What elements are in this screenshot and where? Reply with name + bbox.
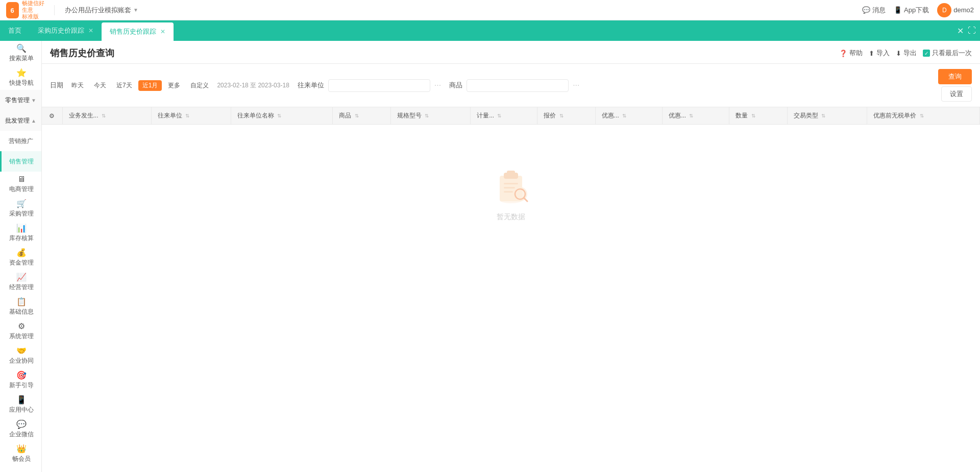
- table-col-pre-tax-price[interactable]: 优惠前无税单价 ⇅: [867, 107, 980, 125]
- sidebar-item-retail-mgmt[interactable]: 零售管理 ▼: [0, 90, 41, 110]
- date-btn-1month[interactable]: 近1月: [138, 80, 162, 91]
- table-col-goods[interactable]: 商品 ⇅: [333, 107, 390, 125]
- sidebar-item-enterprise-wechat[interactable]: 💬 企业微信: [0, 417, 41, 441]
- tab-purchase-history[interactable]: 采购历史价跟踪 ✕: [30, 20, 102, 41]
- sidebar-item-enterprise-coop[interactable]: 🤝 企业协同: [0, 343, 41, 368]
- user-profile-button[interactable]: D demo2: [937, 3, 974, 17]
- sort-spec-icon: ⇅: [425, 113, 429, 119]
- table-col-biz-date[interactable]: 业务发生... ⇅: [62, 107, 151, 125]
- table-col-unit[interactable]: 计量... ⇅: [471, 107, 537, 125]
- tab-sales-history-close-icon[interactable]: ✕: [160, 28, 165, 35]
- inventory-icon: 📊: [16, 223, 27, 233]
- content-area: 销售历史价查询 ❓ 帮助 ⬆ 导入 ⬇ 导出 ✓: [42, 41, 980, 472]
- query-button[interactable]: 查询: [938, 69, 972, 84]
- download-icon: 📱: [894, 6, 902, 14]
- import-label: 导入: [876, 49, 890, 58]
- sidebar-item-operation[interactable]: 📈 经营管理: [0, 270, 41, 294]
- only-last-label: 只看最后一次: [932, 49, 972, 58]
- settings-button[interactable]: 设置: [941, 86, 972, 102]
- table-col-discount1[interactable]: 优惠... ⇅: [595, 107, 662, 125]
- table-col-discount2[interactable]: 优惠... ⇅: [663, 107, 729, 125]
- tab-maximize-icon[interactable]: ⛶: [968, 26, 976, 35]
- table-col-spec[interactable]: 规格型号 ⇅: [390, 107, 470, 125]
- sidebar-item-system-mgmt[interactable]: ⚙ 系统管理: [0, 319, 41, 343]
- partner-dots-icon[interactable]: ···: [434, 81, 441, 90]
- tab-sales-history[interactable]: 销售历史价跟踪 ✕: [102, 22, 174, 41]
- header-right: 💬 消息 📱 App下载 D demo2: [862, 3, 974, 17]
- app-download-button[interactable]: 📱 App下载: [894, 6, 929, 15]
- workspace-selector[interactable]: 办公用品行业模拟账套 ▼: [61, 4, 142, 17]
- help-button[interactable]: ❓ 帮助: [839, 49, 863, 58]
- sidebar-item-enterprise-wechat-label: 企业微信: [9, 430, 34, 439]
- sidebar-item-new-guide-label: 新手引导: [9, 381, 34, 390]
- star-icon: ⭐: [16, 68, 27, 78]
- message-label: 消息: [872, 6, 886, 15]
- table-col-trade-type[interactable]: 交易类型 ⇅: [787, 107, 867, 125]
- date-btn-more[interactable]: 更多: [164, 80, 184, 91]
- import-button[interactable]: ⬆ 导入: [869, 49, 890, 58]
- basic-info-icon: 📋: [16, 297, 27, 306]
- wechat-icon: 💬: [16, 419, 27, 429]
- sidebar-item-quick-nav[interactable]: ⭐ 快捷导航: [0, 65, 41, 90]
- svg-text:6: 6: [11, 7, 14, 14]
- empty-state: 暂无数据: [42, 125, 980, 263]
- export-button[interactable]: ⬇ 导出: [896, 49, 917, 58]
- partner-input[interactable]: [328, 79, 430, 92]
- goods-dots-icon[interactable]: ···: [573, 81, 579, 90]
- vip-icon: 👑: [16, 444, 27, 454]
- date-btn-yesterday[interactable]: 昨天: [67, 80, 88, 91]
- sidebar-item-finance[interactable]: 💰 资金管理: [0, 245, 41, 270]
- date-btn-today[interactable]: 今天: [90, 80, 110, 91]
- sidebar-item-ecom-mgmt[interactable]: 🖥 电商管理: [0, 172, 41, 196]
- sort-biz-date-icon: ⇅: [102, 113, 106, 119]
- table-col-partner-code[interactable]: 往来单位 ⇅: [151, 107, 231, 125]
- sidebar-item-search-menu[interactable]: 🔍 搜索菜单: [0, 41, 41, 65]
- tab-home[interactable]: 首页: [0, 20, 30, 41]
- empty-icon: [491, 166, 531, 206]
- sort-unit-icon: ⇅: [497, 113, 501, 119]
- sidebar-item-vip[interactable]: 👑 畅会员: [0, 441, 41, 466]
- sidebar-item-new-guide[interactable]: 🎯 新手引导: [0, 368, 41, 392]
- message-button[interactable]: 💬 消息: [862, 6, 886, 15]
- sort-partner-name-icon: ⇅: [277, 113, 281, 119]
- sidebar-item-marketing[interactable]: 营销推广: [0, 131, 41, 151]
- partner-filter-label: 往来单位: [298, 81, 324, 90]
- export-icon: ⬇: [896, 50, 901, 57]
- date-btn-custom[interactable]: 自定义: [186, 80, 213, 91]
- goods-input[interactable]: [467, 79, 569, 92]
- table-col-gear[interactable]: ⚙: [42, 107, 62, 125]
- gear-icon: ⚙: [49, 112, 55, 120]
- tab-bar-right: ✕ ⛶: [957, 26, 980, 36]
- date-range-display: 2023-02-18 至 2023-03-18: [217, 81, 289, 90]
- table-col-qty[interactable]: 数量 ⇅: [729, 107, 787, 125]
- wholesale-mgmt-arrow-icon: ▲: [31, 118, 36, 124]
- sidebar-item-wholesale-mgmt-label: 批发管理: [5, 116, 30, 125]
- date-btn-7days[interactable]: 近7天: [112, 80, 136, 91]
- table-col-partner-name[interactable]: 往来单位名称 ⇅: [231, 107, 333, 125]
- data-table: ⚙ 业务发生... ⇅ 往来单位 ⇅ 往来单位名称 ⇅: [42, 107, 980, 125]
- sidebar-item-app-center[interactable]: 📱 应用中心: [0, 392, 41, 417]
- sidebar-item-purchase-mgmt[interactable]: 🛒 采购管理: [0, 196, 41, 221]
- sidebar-item-basic-info[interactable]: 📋 基础信息: [0, 294, 41, 319]
- partner-filter-group: 往来单位 ···: [298, 79, 441, 92]
- message-icon: 💬: [862, 6, 870, 14]
- goods-filter-group: 商品 ···: [449, 79, 579, 92]
- sidebar-item-inventory[interactable]: 📊 库存核算: [0, 221, 41, 245]
- system-icon: ⚙: [18, 321, 25, 331]
- table-col-price[interactable]: 报价 ⇅: [537, 107, 595, 125]
- search-icon: 🔍: [16, 43, 27, 53]
- tab-close-all-icon[interactable]: ✕: [957, 26, 964, 36]
- avatar: D: [937, 3, 951, 17]
- workspace-arrow-icon: ▼: [133, 7, 138, 13]
- page-title-row: 销售历史价查询 ❓ 帮助 ⬆ 导入 ⬇ 导出 ✓: [50, 47, 972, 59]
- logo-text: 畅捷信好生意 标准版: [22, 0, 48, 20]
- ecom-icon: 🖥: [17, 175, 26, 184]
- sidebar-item-sales-mgmt[interactable]: 销售管理: [0, 151, 41, 172]
- sort-discount1-icon: ⇅: [622, 113, 626, 119]
- only-last-checkbox[interactable]: ✓ 只看最后一次: [923, 49, 972, 58]
- svg-rect-7: [504, 187, 515, 188]
- tab-purchase-history-close-icon[interactable]: ✕: [88, 27, 93, 34]
- sidebar-item-inventory-label: 库存核算: [9, 234, 34, 243]
- svg-rect-6: [504, 183, 518, 184]
- sidebar-item-wholesale-mgmt[interactable]: 批发管理 ▲: [0, 110, 41, 131]
